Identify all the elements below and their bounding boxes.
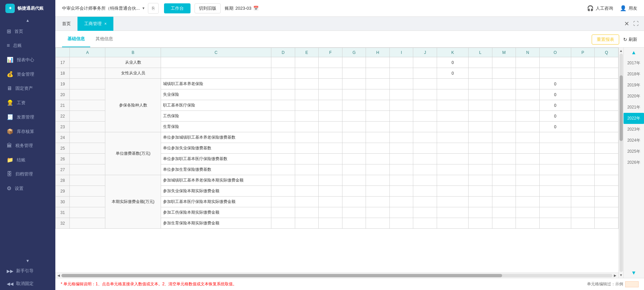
- cell-q[interactable]: [595, 175, 619, 186]
- cell-g[interactable]: [342, 143, 366, 154]
- window-close-icon[interactable]: ✕: [624, 20, 629, 27]
- cell-l[interactable]: [469, 164, 492, 175]
- sidebar-item-settings[interactable]: ⚙ 设置: [0, 181, 55, 196]
- cell-l[interactable]: [469, 132, 492, 143]
- cell-h[interactable]: [366, 79, 390, 89]
- cell-n[interactable]: [516, 218, 540, 229]
- v-scroll-down-icon[interactable]: ▼: [619, 273, 624, 277]
- cell-e[interactable]: [295, 164, 319, 175]
- cell-c[interactable]: 城镇职工基本养老保险: [161, 79, 271, 89]
- cell-n[interactable]: [516, 79, 540, 89]
- cell-k[interactable]: 0: [437, 57, 469, 68]
- sidebar-scroll-up[interactable]: ▲: [0, 17, 55, 24]
- cell-e[interactable]: [295, 197, 319, 207]
- copy-button[interactable]: ⎘: [148, 3, 159, 14]
- cell-g[interactable]: [342, 175, 366, 186]
- cell-b[interactable]: 女性从业人员: [105, 68, 161, 79]
- cell-f[interactable]: [319, 132, 342, 143]
- cell-l[interactable]: [469, 111, 492, 122]
- cell-i[interactable]: [389, 218, 413, 229]
- cell-m[interactable]: [492, 89, 516, 100]
- cell-k[interactable]: [437, 164, 469, 175]
- cell-q[interactable]: [595, 186, 619, 197]
- cell-e[interactable]: [295, 89, 319, 100]
- sidebar-item-inventory[interactable]: 📦 库存核算: [0, 124, 55, 139]
- sidebar-item-close-accounts[interactable]: 📁 结账: [0, 153, 55, 167]
- cell-j[interactable]: [413, 57, 437, 68]
- cell-p[interactable]: [571, 218, 595, 229]
- cell-c[interactable]: 参加城镇职工基本养老保险本期实际缴费金额: [161, 175, 271, 186]
- cell-k[interactable]: [437, 207, 469, 218]
- cell-i[interactable]: [389, 164, 413, 175]
- cell-i[interactable]: [389, 79, 413, 89]
- cell-n[interactable]: [516, 89, 540, 100]
- cell-q[interactable]: [595, 218, 619, 229]
- cell-j[interactable]: [413, 111, 437, 122]
- cell-d[interactable]: [271, 79, 295, 89]
- year-item[interactable]: 2017年: [624, 58, 644, 69]
- sidebar-item-reports[interactable]: 📊 报表中心: [0, 53, 55, 67]
- cell-g[interactable]: [342, 186, 366, 197]
- cell-c[interactable]: 参加工伤保险本期实际缴费金额: [161, 207, 271, 218]
- cell-d[interactable]: [271, 89, 295, 100]
- year-item[interactable]: 2023年: [624, 124, 644, 135]
- cell-p[interactable]: [571, 100, 595, 111]
- cell-o[interactable]: [539, 207, 571, 218]
- cell-d[interactable]: [271, 68, 295, 79]
- cell-i[interactable]: [389, 197, 413, 207]
- cell-h[interactable]: [366, 100, 390, 111]
- cell-k[interactable]: [437, 186, 469, 197]
- cell-a[interactable]: [70, 175, 105, 186]
- tab-basic-info[interactable]: 基础信息: [62, 31, 90, 47]
- cell-f[interactable]: [319, 79, 342, 89]
- cell-j[interactable]: [413, 68, 437, 79]
- sidebar-item-invoices[interactable]: 🧾 发票管理: [0, 110, 55, 124]
- cell-p[interactable]: [571, 207, 595, 218]
- cell-k[interactable]: [437, 132, 469, 143]
- cell-j[interactable]: [413, 122, 437, 132]
- cell-m[interactable]: [492, 79, 516, 89]
- cell-f[interactable]: [319, 197, 342, 207]
- sidebar-item-funds[interactable]: 💰 资金管理: [0, 67, 55, 81]
- cell-j[interactable]: [413, 154, 437, 164]
- cell-j[interactable]: [413, 79, 437, 89]
- cell-f[interactable]: [319, 89, 342, 100]
- cell-i[interactable]: [389, 186, 413, 197]
- cell-p[interactable]: [571, 143, 595, 154]
- cell-d[interactable]: [271, 186, 295, 197]
- cell-q[interactable]: [595, 57, 619, 68]
- cell-q[interactable]: [595, 68, 619, 79]
- cell-n[interactable]: [516, 122, 540, 132]
- cell-g[interactable]: [342, 89, 366, 100]
- cell-q[interactable]: [595, 164, 619, 175]
- cell-d[interactable]: [271, 132, 295, 143]
- cell-g[interactable]: [342, 100, 366, 111]
- cell-h[interactable]: [366, 57, 390, 68]
- cell-g[interactable]: [342, 111, 366, 122]
- cell-k[interactable]: [437, 154, 469, 164]
- cell-p[interactable]: [571, 122, 595, 132]
- cell-b[interactable]: 本期实际缴费金额(万元): [105, 175, 161, 229]
- cell-m[interactable]: [492, 207, 516, 218]
- cell-o[interactable]: 0: [539, 79, 571, 89]
- cell-k[interactable]: [437, 197, 469, 207]
- cell-b[interactable]: 单位缴费基数(万元): [105, 132, 161, 175]
- cell-e[interactable]: [295, 132, 319, 143]
- cell-i[interactable]: [389, 143, 413, 154]
- cell-f[interactable]: [319, 164, 342, 175]
- cell-q[interactable]: [595, 154, 619, 164]
- cell-f[interactable]: [319, 186, 342, 197]
- cell-o[interactable]: [539, 218, 571, 229]
- h-scroll-thumb[interactable]: [61, 274, 502, 277]
- cell-i[interactable]: [389, 89, 413, 100]
- cell-g[interactable]: [342, 207, 366, 218]
- cell-k[interactable]: [437, 122, 469, 132]
- cell-h[interactable]: [366, 197, 390, 207]
- cell-d[interactable]: [271, 143, 295, 154]
- cell-h[interactable]: [366, 154, 390, 164]
- cell-n[interactable]: [516, 111, 540, 122]
- cell-h[interactable]: [366, 218, 390, 229]
- h-scroll-track[interactable]: [61, 274, 612, 277]
- cell-e[interactable]: [295, 154, 319, 164]
- sidebar-item-tax[interactable]: 🏛 税务管理: [0, 139, 55, 153]
